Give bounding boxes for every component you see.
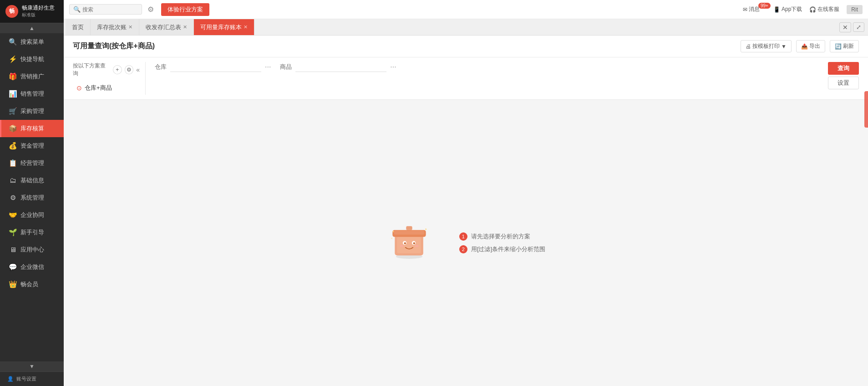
- tab-home[interactable]: 首页: [66, 19, 91, 35]
- svg-point-10: [415, 245, 418, 247]
- collapse-scheme-btn[interactable]: «: [136, 66, 140, 73]
- sales-icon: 📊: [9, 90, 17, 98]
- filter-panel: 按以下方案查询 + ⚙ « ⊙ 仓库+商品 仓库 ··· 商品: [64, 57, 868, 100]
- sidebar-item-quick-nav[interactable]: ⚡ 快捷导航: [0, 51, 64, 68]
- filter-scheme: 按以下方案查询 + ⚙ « ⊙ 仓库+商品: [73, 62, 146, 95]
- search-menu-icon: 🔍: [9, 38, 17, 46]
- empty-tip-2: 2 用[过滤]条件来缩小分析范围: [459, 245, 545, 253]
- filter-field-goods: 商品 ···: [280, 62, 396, 72]
- settings-gear-icon[interactable]: ⚙: [147, 5, 154, 14]
- search-input[interactable]: [82, 6, 138, 13]
- user-avatar[interactable]: Rit: [847, 5, 863, 14]
- tab-close-available-qty[interactable]: ✕: [244, 24, 248, 30]
- topbar-search-box[interactable]: 🔍: [69, 4, 142, 15]
- scheme-item-warehouse-goods[interactable]: ⊙ 仓库+商品: [73, 81, 140, 95]
- newbie-icon: 🌱: [9, 228, 17, 237]
- message-btn[interactable]: ✉ 消息 99+: [743, 5, 766, 13]
- sidebar-scroll-down[interactable]: ▼: [0, 361, 64, 371]
- inventory-icon: 📦: [9, 124, 17, 133]
- svg-point-12: [392, 231, 394, 232]
- app-center-icon: 🖥: [9, 246, 17, 253]
- query-button[interactable]: 查询: [828, 62, 859, 75]
- sidebar-item-purchase[interactable]: 🛒 采购管理: [0, 103, 64, 120]
- export-btn[interactable]: 📤 导出: [796, 40, 825, 52]
- empty-tip-1: 1 请先选择要分析的方案: [459, 232, 545, 241]
- svg-point-9: [400, 245, 403, 247]
- sidebar-item-base-info[interactable]: 🗂 基础信息: [0, 172, 64, 189]
- close-all-tabs-btn[interactable]: ✕: [839, 22, 851, 32]
- sidebar-header: 畅 畅康通好生意 标准版: [0, 0, 64, 23]
- sidebar-item-operation[interactable]: 📋 经营管理: [0, 154, 64, 172]
- scheme-item-icon: ⊙: [76, 84, 82, 92]
- svg-rect-4: [394, 231, 425, 234]
- sidebar: 畅 畅康通好生意 标准版 ▲ 🔍 搜索菜单 ⚡ 快捷导航 🎁 营销推广 📊 销售…: [0, 0, 64, 386]
- online-service-btn[interactable]: 🎧 在线客服: [809, 5, 839, 13]
- svg-point-13: [425, 228, 426, 230]
- refresh-icon: 🔄: [835, 43, 842, 50]
- print-dropdown-icon: ▼: [781, 43, 787, 50]
- warehouse-more-btn[interactable]: ···: [265, 63, 271, 71]
- sidebar-footer-icon: 👤: [7, 376, 14, 382]
- sidebar-item-inventory[interactable]: 📦 库存核算: [0, 120, 64, 137]
- sidebar-scroll-up[interactable]: ▲: [0, 23, 64, 33]
- export-icon: 📤: [801, 43, 808, 50]
- headset-icon: 🎧: [809, 6, 816, 13]
- finance-icon: 💰: [9, 142, 17, 150]
- empty-illustration: [386, 216, 441, 270]
- manage-scheme-btn[interactable]: ⚙: [125, 65, 134, 74]
- svg-point-14: [391, 238, 392, 239]
- search-icon: 🔍: [73, 6, 81, 13]
- empty-state: 1 请先选择要分析的方案 2 用[过滤]条件来缩小分析范围: [64, 100, 868, 386]
- warehouse-input[interactable]: [170, 62, 261, 72]
- sidebar-item-finance[interactable]: 💰 资金管理: [0, 137, 64, 154]
- sidebar-item-system[interactable]: ⚙ 系统管理: [0, 189, 64, 206]
- page-content: 可用量查询(按仓库+商品) 🖨 按模板打印 ▼ 📤 导出 🔄 刷新: [64, 36, 868, 386]
- app-download-btn[interactable]: 📱 App下载: [773, 5, 802, 13]
- tab-close-batch-ledger[interactable]: ✕: [128, 24, 132, 30]
- empty-tips: 1 请先选择要分析的方案 2 用[过滤]条件来缩小分析范围: [459, 232, 545, 253]
- tab-close-receive-summary[interactable]: ✕: [183, 24, 187, 30]
- warehouse-label: 仓库: [155, 63, 167, 71]
- trial-industry-button[interactable]: 体验行业方案: [161, 3, 209, 16]
- refresh-btn[interactable]: 🔄 刷新: [830, 40, 859, 52]
- sidebar-item-newbie[interactable]: 🌱 新手引导: [0, 224, 64, 241]
- tab-batch-ledger[interactable]: 库存批次账 ✕: [91, 19, 139, 35]
- operation-icon: 📋: [9, 159, 17, 167]
- tab-receive-summary[interactable]: 收发存汇总表 ✕: [139, 19, 194, 35]
- enterprise-icon: 🤝: [9, 211, 17, 219]
- sidebar-subtitle: 标准版: [22, 12, 55, 18]
- purchase-icon: 🛒: [9, 107, 17, 115]
- main-area: 🔍 ⚙ 体验行业方案 ✉ 消息 99+ 📱 App下载 🎧 在线客服 Rit: [64, 0, 868, 386]
- sidebar-item-app-center[interactable]: 🖥 应用中心: [0, 241, 64, 258]
- goods-more-btn[interactable]: ···: [390, 63, 396, 71]
- topbar: 🔍 ⚙ 体验行业方案 ✉ 消息 99+ 📱 App下载 🎧 在线客服 Rit: [64, 0, 868, 19]
- sidebar-item-search[interactable]: 🔍 搜索菜单: [0, 33, 64, 51]
- phone-icon: 📱: [773, 6, 780, 13]
- message-icon: ✉: [743, 6, 747, 13]
- vip-icon: 👑: [9, 280, 17, 288]
- settings-button[interactable]: 设置: [828, 77, 859, 89]
- expand-tabs-btn[interactable]: ⤢: [853, 22, 864, 32]
- sidebar-item-sales[interactable]: 📊 销售管理: [0, 85, 64, 103]
- sidebar-nav: 🔍 搜索菜单 ⚡ 快捷导航 🎁 营销推广 📊 销售管理 🛒 采购管理 📦 库存核…: [0, 33, 64, 361]
- goods-label: 商品: [280, 63, 292, 71]
- tab-available-qty[interactable]: 可用量库存账本 ✕: [194, 19, 254, 35]
- sidebar-item-vip[interactable]: 👑 畅会员: [0, 276, 64, 293]
- sidebar-item-enterprise-wx[interactable]: 💬 企业微信: [0, 258, 64, 276]
- tip-text-2: 用[过滤]条件来缩小分析范围: [471, 245, 545, 253]
- sidebar-item-enterprise[interactable]: 🤝 企业协同: [0, 206, 64, 224]
- system-icon: ⚙: [9, 194, 17, 202]
- filter-fields: 仓库 ··· 商品 ···: [146, 62, 819, 72]
- filter-actions: 查询 设置: [828, 62, 859, 89]
- filter-field-warehouse: 仓库 ···: [155, 62, 271, 72]
- goods-input[interactable]: [295, 62, 386, 72]
- page-title: 可用量查询(按仓库+商品): [73, 41, 155, 51]
- svg-rect-11: [406, 226, 412, 230]
- sidebar-item-marketing[interactable]: 🎁 营销推广: [0, 68, 64, 85]
- tip-num-2: 2: [459, 245, 467, 253]
- quick-nav-icon: ⚡: [9, 55, 17, 63]
- filter-scheme-header: 按以下方案查询 + ⚙ «: [73, 62, 140, 77]
- box-svg: [386, 216, 432, 261]
- add-scheme-btn[interactable]: +: [113, 65, 122, 74]
- print-template-btn[interactable]: 🖨 按模板打印 ▼: [741, 40, 792, 52]
